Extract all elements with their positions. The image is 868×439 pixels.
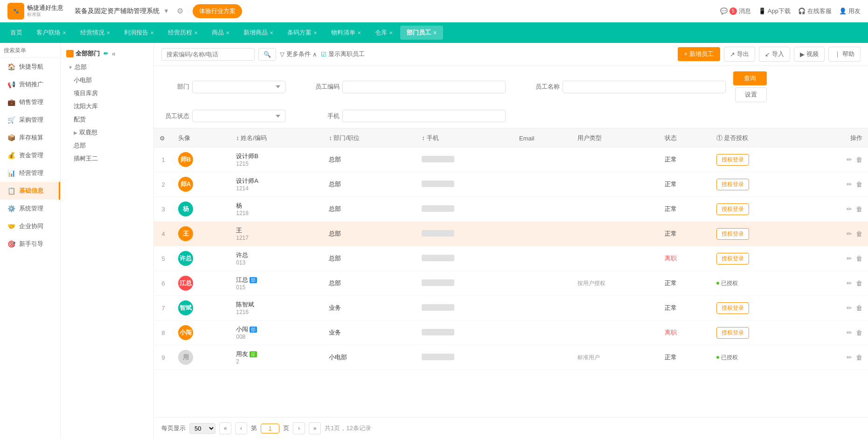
sidebar-item-inventory[interactable]: 📦 库存核算 xyxy=(0,129,60,146)
th-name[interactable]: ↕ 姓名/编码 xyxy=(230,129,323,147)
close-tab-profit[interactable]: ✕ xyxy=(150,30,154,35)
sidebar-item-guide[interactable]: 🎯 新手引导 xyxy=(0,235,60,253)
more-conditions-button[interactable]: ▽ 更多条件 ∧ xyxy=(280,50,317,58)
close-tab-barcode[interactable]: ✕ xyxy=(313,30,317,35)
tab-bom[interactable]: 物料清单✕ xyxy=(325,26,368,40)
close-tab-customer[interactable]: ✕ xyxy=(62,30,66,35)
sidebar-item-basic-info[interactable]: 📋 基础信息 xyxy=(0,182,60,200)
page-size-select[interactable]: 50 20 100 xyxy=(189,423,215,434)
sidebar-item-collab[interactable]: 🤝 企业协同 xyxy=(0,217,60,235)
th-settings[interactable]: ⚙ xyxy=(154,129,173,147)
dept-item-project[interactable]: 项目库房 xyxy=(64,87,150,100)
auth-button[interactable]: 授权登录 xyxy=(716,203,749,215)
tab-new-product[interactable]: 新增商品✕ xyxy=(237,26,280,40)
tab-profit[interactable]: 利润报告✕ xyxy=(118,26,160,40)
delete-button[interactable]: 🗑 xyxy=(856,156,862,163)
delete-button[interactable]: 🗑 xyxy=(856,279,862,287)
dept-filter-select[interactable] xyxy=(192,81,285,93)
edit-button[interactable]: ✏ xyxy=(847,279,852,287)
edit-button[interactable]: ✏ xyxy=(847,329,852,336)
query-button[interactable]: 查询 xyxy=(733,71,767,85)
edit-button[interactable]: ✏ xyxy=(847,181,852,188)
dept-item-chashuwang[interactable]: 插树王二 xyxy=(64,152,150,165)
sidebar-item-marketing[interactable]: 📢 营销推广 xyxy=(0,76,60,93)
sidebar-item-system[interactable]: ⚙️ 系统管理 xyxy=(0,200,60,217)
dept-item-xiaodibu[interactable]: 小电部 xyxy=(64,74,150,87)
import-button[interactable]: ↙ 导入 xyxy=(759,47,790,62)
close-tab-business[interactable]: ✕ xyxy=(194,30,198,35)
employee-name-input[interactable] xyxy=(562,81,726,93)
sidebar-search-input[interactable] xyxy=(4,47,61,54)
help-button[interactable]: ｜ 帮助 xyxy=(828,47,861,62)
edit-button[interactable]: ✏ xyxy=(847,354,852,361)
reset-button[interactable]: 设置 xyxy=(735,87,767,102)
close-tab-products[interactable]: ✕ xyxy=(226,30,229,35)
delete-button[interactable]: 🗑 xyxy=(856,230,862,237)
dept-item-distribution[interactable]: 配货 xyxy=(64,113,150,126)
user-item[interactable]: 👤 用友 xyxy=(839,7,861,15)
close-tab-new-product[interactable]: ✕ xyxy=(270,30,273,35)
trial-button[interactable]: 体验行业方案 xyxy=(193,4,242,18)
auth-button[interactable]: 授权登录 xyxy=(716,302,749,314)
tab-operations[interactable]: 经营情况✕ xyxy=(74,26,117,40)
tab-business[interactable]: 经营历程✕ xyxy=(161,26,204,40)
th-phone[interactable]: ↕ 手机 xyxy=(416,129,514,147)
delete-button[interactable]: 🗑 xyxy=(856,205,862,213)
delete-button[interactable]: 🗑 xyxy=(856,329,862,336)
employee-code-input[interactable] xyxy=(342,81,506,93)
auth-button[interactable]: 授权登录 xyxy=(716,154,749,166)
tab-products[interactable]: 商品✕ xyxy=(205,26,236,40)
tab-employees[interactable]: 部门员工✕ xyxy=(400,26,443,40)
phone-filter-input[interactable] xyxy=(342,110,506,122)
dept-item-head[interactable]: ▼ 总部 xyxy=(64,61,150,74)
auth-button[interactable]: 授权登录 xyxy=(716,228,749,240)
auth-button[interactable]: 授权登录 xyxy=(716,179,749,190)
sidebar-item-purchase[interactable]: 🛒 采购管理 xyxy=(0,111,60,129)
status-filter-select[interactable] xyxy=(192,110,285,122)
tab-warehouse[interactable]: 仓库✕ xyxy=(368,26,399,40)
dept-item-headquarters[interactable]: 总部 xyxy=(64,139,150,152)
search-input[interactable] xyxy=(161,48,255,61)
delete-button[interactable]: 🗑 xyxy=(856,354,862,361)
show-departed-checkbox-label[interactable]: ☑ 显示离职员工 xyxy=(321,50,365,58)
sidebar-item-finance[interactable]: 💰 资金管理 xyxy=(0,146,60,164)
tab-home[interactable]: 首页 xyxy=(4,26,29,40)
dept-collapse-icon[interactable]: « xyxy=(112,50,116,57)
message-item[interactable]: 💬 5 消息 xyxy=(720,7,751,15)
sidebar-item-sales[interactable]: 💼 销售管理 xyxy=(0,93,60,111)
first-page-button[interactable]: « xyxy=(219,422,231,434)
sidebar-item-operations[interactable]: 📊 经营管理 xyxy=(0,164,60,182)
tab-customer[interactable]: 客户联络✕ xyxy=(30,26,73,40)
add-employee-button[interactable]: + 新增员工 xyxy=(678,47,720,61)
edit-button[interactable]: ✏ xyxy=(847,156,852,163)
tab-barcode[interactable]: 条码方案✕ xyxy=(281,26,324,40)
delete-button[interactable]: 🗑 xyxy=(856,304,862,312)
delete-button[interactable]: 🗑 xyxy=(856,255,862,262)
sidebar-item-quicknav[interactable]: 🏠 快捷导航 xyxy=(0,58,60,76)
export-button[interactable]: ↗ 导出 xyxy=(724,47,755,62)
auth-button[interactable]: 授权登录 xyxy=(716,253,749,265)
next-page-button[interactable]: › xyxy=(293,422,305,434)
edit-button[interactable]: ✏ xyxy=(847,255,852,262)
dept-edit-icon[interactable]: ✏ xyxy=(104,50,108,57)
close-tab-bom[interactable]: ✕ xyxy=(357,30,361,35)
close-tab-warehouse[interactable]: ✕ xyxy=(389,30,393,35)
close-tab-operations[interactable]: ✕ xyxy=(106,30,110,35)
auth-button[interactable]: 授权登录 xyxy=(716,327,749,339)
current-page-input[interactable] xyxy=(261,424,279,433)
online-service-item[interactable]: 🎧 在线客服 xyxy=(798,7,832,15)
delete-button[interactable]: 🗑 xyxy=(856,181,862,188)
prev-page-button[interactable]: ‹ xyxy=(235,422,247,434)
settings-icon[interactable]: ⚙ xyxy=(177,7,183,15)
search-button[interactable]: 🔍 xyxy=(258,48,276,61)
edit-button[interactable]: ✏ xyxy=(847,230,852,237)
close-tab-employees[interactable]: ✕ xyxy=(433,30,437,35)
edit-button[interactable]: ✏ xyxy=(847,205,852,213)
edit-button[interactable]: ✏ xyxy=(847,304,852,312)
dept-item-shuangluxiang[interactable]: ▶ 双鹿想 xyxy=(64,126,150,139)
last-page-button[interactable]: » xyxy=(309,422,321,434)
dept-item-shenyang[interactable]: 沈阳大库 xyxy=(64,100,150,113)
view-button[interactable]: ▶ 视频 xyxy=(794,47,825,62)
system-dropdown-icon[interactable]: ▼ xyxy=(163,7,169,14)
th-dept[interactable]: ↕ 部门/职位 xyxy=(323,129,416,147)
